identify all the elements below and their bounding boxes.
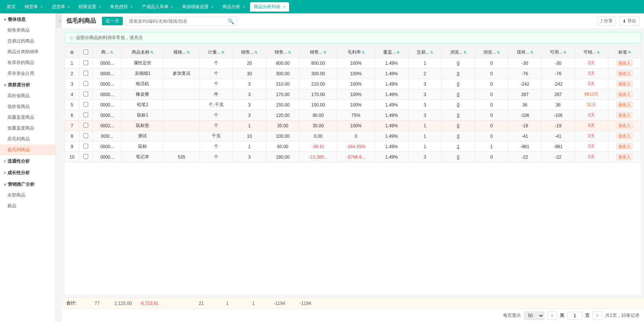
col-header-gross_rate[interactable]: 毛利率⇅ (337, 47, 375, 58)
cell-checkbox-row10[interactable] (79, 152, 93, 162)
sort-icon-code[interactable]: ⇅ (110, 50, 113, 54)
cell-checkbox-row4[interactable] (79, 89, 93, 100)
page-size-select[interactable]: 50 100 200 (524, 312, 544, 320)
cell-checkbox-row1[interactable] (79, 58, 93, 68)
sidebar-collapse-button[interactable]: 《 (56, 13, 62, 28)
sort-icon-available[interactable]: ⇅ (563, 50, 566, 54)
sidebar-item-有库存的商品[interactable]: 有库存的商品 (0, 57, 55, 68)
sidebar-item-高覆盖度商品[interactable]: 高覆盖度商品 (0, 112, 55, 123)
nav-item-权限设置[interactable]: 权限设置 × (75, 2, 105, 12)
select-all-checkbox[interactable] (83, 50, 88, 54)
nav-close-icon[interactable]: × (170, 5, 173, 9)
sidebar-group-类群度分析[interactable]: ∨类群度分析 (0, 79, 55, 90)
nav-item-角色授权[interactable]: 角色授权 × (106, 2, 137, 12)
col-header-browse2[interactable]: 浏览...⇅ (475, 47, 508, 58)
nav-item-首页[interactable]: 首页 (3, 2, 19, 12)
row-checkbox[interactable] (83, 60, 88, 65)
nav-close-icon[interactable]: × (129, 5, 133, 9)
sort-icon-unit[interactable]: ⇅ (221, 50, 224, 54)
nav-close-icon[interactable]: × (39, 5, 43, 9)
sidebar-item-新品[interactable]: 新品 (0, 201, 55, 211)
col-header-sales_price[interactable]: 销售...⇅ (266, 47, 299, 58)
sidebar-group-流通性分析[interactable]: >流通性分析 (0, 155, 55, 167)
sidebar-group-营销推广分析[interactable]: ∨营销推广分析 (0, 178, 55, 190)
row-checkbox[interactable] (83, 112, 88, 117)
sidebar-item-高毛利商品[interactable]: 高毛利商品 (0, 134, 55, 144)
sidebar-item-全部商品[interactable]: 全部商品 (0, 190, 55, 201)
sort-icon-sales_price[interactable]: ⇅ (288, 50, 291, 54)
row-checkbox[interactable] (83, 92, 88, 96)
col-header-sales_qty[interactable]: 销售...⇅ (233, 47, 266, 58)
col-header-settings[interactable]: ⚙ (65, 47, 79, 58)
export-button[interactable]: ⬇ 导出 (619, 16, 640, 26)
col-header-spec[interactable]: 规格...⇅ (164, 47, 199, 58)
sidebar-item-高价值商品[interactable]: 高价值商品 (0, 90, 55, 101)
cell-checkbox-row2[interactable] (79, 68, 93, 79)
col-header-sales_profit[interactable]: 销售...⇅ (299, 47, 337, 58)
time-filter-button[interactable]: 近一月 (102, 17, 123, 25)
search-icon[interactable]: 🔍 (228, 18, 234, 24)
row-checkbox[interactable] (83, 123, 88, 128)
next-page-button[interactable]: ＞ (593, 311, 602, 320)
sidebar-item-低价值商品[interactable]: 低价值商品 (0, 101, 55, 112)
sidebar-item-低覆盖度商品[interactable]: 低覆盖度商品 (0, 123, 55, 134)
col-header-trade[interactable]: 交易...⇅ (408, 47, 442, 58)
row-checkbox[interactable] (83, 102, 88, 107)
cell-checkbox-row8[interactable] (79, 131, 93, 141)
nav-item-商品分析[interactable]: 商品分析 × (219, 2, 249, 12)
nav-item-单据模板设置[interactable]: 单据模板设置 × (178, 2, 217, 12)
col-header-unit[interactable]: 计量...⇅ (199, 47, 233, 58)
sort-icon-name[interactable]: ⇅ (150, 50, 153, 54)
sort-icon-browse1[interactable]: ⇅ (464, 50, 467, 54)
sidebar-item-库存资金占用[interactable]: 库存资金占用 (0, 68, 55, 79)
nav-item-产成品入库单[interactable]: 产成品入库单 × (138, 2, 177, 12)
sort-icon-gross_rate[interactable]: ⇅ (362, 50, 365, 54)
sort-icon-cover_rate[interactable]: ⇅ (397, 50, 400, 54)
sort-icon-trade[interactable]: ⇅ (430, 50, 433, 54)
share-button[interactable]: ⤴ 分享 (597, 16, 616, 26)
sidebar-item-交易过的商品[interactable]: 交易过的商品 (0, 36, 55, 47)
col-header-checkbox[interactable] (79, 47, 93, 58)
cell-checkbox-row9[interactable] (79, 141, 93, 152)
nav-close-icon[interactable]: × (282, 5, 285, 9)
sort-icon-current[interactable]: ⇅ (530, 50, 533, 54)
col-header-saleable[interactable]: 可销...⇅ (575, 47, 608, 58)
row-checkbox[interactable] (83, 81, 88, 86)
nav-close-icon[interactable]: × (67, 5, 70, 9)
search-input[interactable] (129, 19, 228, 24)
sort-icon-sales_qty[interactable]: ⇅ (254, 50, 257, 54)
col-header-tag[interactable]: 标签⇅ (608, 47, 641, 58)
sidebar-group-成长性分析[interactable]: >成长性分析 (0, 167, 55, 178)
sidebar-item-商品分类助销率[interactable]: 商品分类助销率 (0, 47, 55, 57)
cell-checkbox-row6[interactable] (79, 110, 93, 121)
prev-page-button[interactable]: ＜ (547, 311, 557, 320)
sidebar-item-销售类商品[interactable]: 销售类商品 (0, 25, 55, 36)
cell-checkbox-row5[interactable] (79, 100, 93, 110)
nav-close-icon[interactable]: × (98, 5, 101, 9)
nav-close-icon[interactable]: × (242, 5, 245, 9)
sort-icon-saleable[interactable]: ⇅ (597, 50, 600, 54)
sort-icon-browse2[interactable]: ⇅ (497, 50, 500, 54)
page-number-input[interactable] (567, 312, 582, 319)
nav-item-销货单[interactable]: 销货单 × (21, 2, 47, 12)
col-header-cover_rate[interactable]: 覆盖...⇅ (375, 47, 408, 58)
row-checkbox[interactable] (83, 144, 88, 149)
col-header-browse1[interactable]: 浏览...⇅ (442, 47, 475, 58)
col-header-code[interactable]: 商...⇅ (93, 47, 121, 58)
col-header-available[interactable]: 可用...⇅ (541, 47, 575, 58)
col-header-current[interactable]: 现有...⇅ (508, 47, 542, 58)
col-header-name[interactable]: 商品名称⇅ (122, 47, 164, 58)
sort-icon-tag[interactable]: ⇅ (628, 50, 631, 54)
sort-icon-spec[interactable]: ⇅ (187, 50, 190, 54)
sidebar-item-低毛利商品[interactable]: 低毛利商品 (0, 144, 55, 155)
row-checkbox[interactable] (83, 154, 88, 159)
cell-checkbox-row3[interactable] (79, 79, 93, 89)
nav-close-icon[interactable]: × (210, 5, 214, 9)
sidebar-group-整体信息[interactable]: ∨整体信息 (0, 13, 55, 25)
nav-item-商品分析列表[interactable]: 商品分析列表 × (250, 2, 289, 12)
sort-icon-sales_profit[interactable]: ⇅ (323, 50, 326, 54)
cell-checkbox-row7[interactable] (79, 121, 93, 131)
nav-item-进货单[interactable]: 进货单 × (48, 2, 74, 12)
row-checkbox[interactable] (83, 71, 88, 76)
row-checkbox[interactable] (83, 133, 88, 138)
